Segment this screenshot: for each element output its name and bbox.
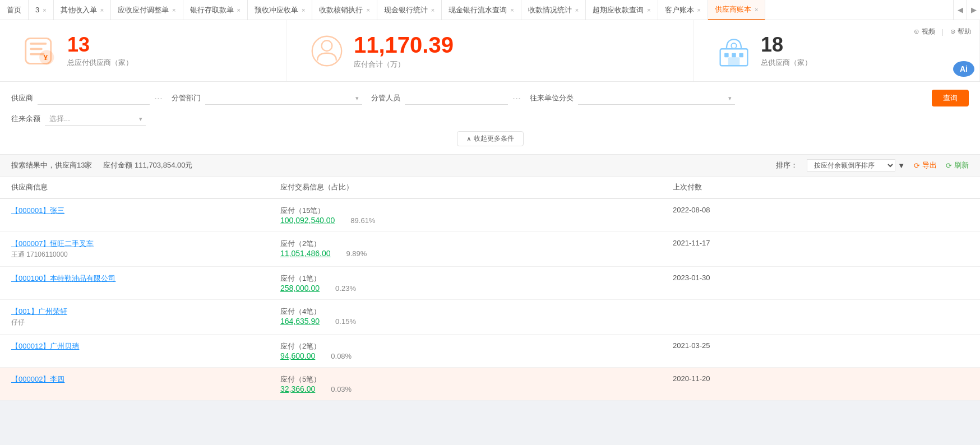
table-row: 【000001】张三 应付（15笔） 100,092,540.00 89.61%… bbox=[0, 199, 980, 232]
top-navigation: 首页 3 × 其他收入单 × 应收应付调整单 × 银行存取款单 × 预收冲应收单… bbox=[0, 0, 980, 20]
results-summary: 搜索结果中，供应商13家 应付金额 111,703,854.00元 bbox=[11, 160, 192, 170]
nav-next-button[interactable]: ▶ bbox=[967, 0, 980, 20]
supplier-label: 供应商 bbox=[11, 93, 33, 103]
supplier-link-4[interactable]: 【000012】广州贝瑞 bbox=[11, 342, 79, 350]
filter-unit-class: 往来单位分类 ▾ bbox=[530, 91, 735, 105]
supplier-dots-icon[interactable]: ··· bbox=[154, 92, 163, 104]
refresh-icon: ⟳ bbox=[946, 161, 952, 170]
payable-total-icon bbox=[309, 33, 345, 69]
person-input[interactable] bbox=[405, 91, 508, 105]
lastpay-2: 2023-01-30 bbox=[673, 274, 969, 282]
stat-content-payable: 13 总应付供应商（家） bbox=[67, 34, 133, 68]
nav-tab-receipt-verify[interactable]: 收款核销执行 × bbox=[312, 0, 377, 20]
transaction-amount-4[interactable]: 94,600.00 bbox=[280, 351, 315, 360]
transaction-pct-5: 0.03% bbox=[331, 385, 352, 393]
collapse-up-icon: ∧ bbox=[466, 135, 471, 143]
filter-balance: 往来余额 选择... ▾ bbox=[11, 112, 146, 126]
supplier-link-5[interactable]: 【000002】李四 bbox=[11, 375, 64, 383]
lastpay-5: 2020-11-20 bbox=[673, 374, 969, 383]
transaction-amount-0[interactable]: 100,092,540.00 bbox=[280, 216, 335, 225]
cash-bank-flow-label: 现金银行流水查询 bbox=[449, 5, 507, 15]
divider: | bbox=[942, 28, 944, 36]
supplier-link-0[interactable]: 【000001】张三 bbox=[11, 206, 64, 215]
supplier-link-3[interactable]: 【001】广州荣轩 bbox=[11, 307, 67, 316]
supplier-info-0: 【000001】张三 bbox=[11, 206, 280, 216]
close-icon[interactable]: × bbox=[575, 7, 579, 13]
transaction-amount-2[interactable]: 258,000.00 bbox=[280, 284, 320, 293]
query-button[interactable]: 查询 bbox=[932, 90, 969, 106]
stat-content-total: 11,170.39 应付合计（万） bbox=[354, 33, 454, 69]
dept-select[interactable] bbox=[205, 91, 362, 105]
close-icon[interactable]: × bbox=[43, 7, 46, 13]
nav-tab-bank-deposit[interactable]: 银行存取款单 × bbox=[183, 0, 248, 20]
transaction-amount-row-2: 258,000.00 0.23% bbox=[280, 284, 673, 293]
nav-tab-supplier-ledger[interactable]: 供应商账本 × bbox=[708, 0, 765, 20]
close-icon[interactable]: × bbox=[366, 7, 369, 13]
export-icon: ⟳ bbox=[914, 161, 920, 170]
nav-arrows: ◀ ▶ bbox=[953, 0, 980, 20]
help-link[interactable]: ⊙ 帮助 bbox=[950, 27, 971, 36]
video-link[interactable]: ⊙ 视频 bbox=[914, 27, 935, 36]
top-right-links: ⊙ 视频 | ⊙ 帮助 bbox=[914, 27, 971, 36]
tab-3-label: 3 bbox=[35, 6, 39, 14]
supplier-input[interactable] bbox=[38, 91, 150, 105]
transaction-title-5: 应付（5笔） bbox=[280, 374, 673, 384]
close-icon[interactable]: × bbox=[647, 7, 650, 13]
balance-select[interactable]: 选择... bbox=[45, 112, 146, 126]
table-header: 供应商信息 应付交易信息（占比） 上次付数 bbox=[0, 177, 980, 199]
nav-tab-cash-bank-flow[interactable]: 现金银行流水查询 × bbox=[442, 0, 521, 20]
transaction-amount-5[interactable]: 32,366.00 bbox=[280, 384, 315, 393]
payable-total-number: 11,170.39 bbox=[354, 33, 454, 57]
bank-deposit-label: 银行存取款单 bbox=[190, 5, 234, 15]
close-icon[interactable]: × bbox=[100, 7, 104, 13]
transaction-amount-3[interactable]: 164,635.90 bbox=[280, 317, 320, 326]
unit-class-select[interactable] bbox=[578, 91, 735, 105]
close-icon[interactable]: × bbox=[431, 7, 434, 13]
close-icon[interactable]: × bbox=[755, 6, 758, 13]
supplier-sub-1: 王通 17106110000 bbox=[11, 250, 280, 259]
unit-class-label: 往来单位分类 bbox=[530, 93, 574, 103]
nav-tab-prepay-offset[interactable]: 预收冲应收单 × bbox=[248, 0, 312, 20]
nav-tab-other-income[interactable]: 其他收入单 × bbox=[54, 0, 111, 20]
nav-tab-cash-bank-stat[interactable]: 现金银行统计 × bbox=[377, 0, 442, 20]
results-bar: 搜索结果中，供应商13家 应付金额 111,703,854.00元 排序： 按应… bbox=[0, 155, 980, 177]
lastpay-4: 2021-03-25 bbox=[673, 341, 969, 350]
supplier-link-1[interactable]: 【000007】恒旺二手叉车 bbox=[11, 239, 94, 248]
transaction-title-3: 应付（4笔） bbox=[280, 307, 673, 317]
table-row: 【000100】本特勒油品有限公司 应付（1笔） 258,000.00 0.23… bbox=[0, 267, 980, 300]
total-suppliers-icon bbox=[716, 33, 752, 69]
close-icon[interactable]: × bbox=[510, 7, 514, 13]
sort-select[interactable]: 按应付余额倒序排序 bbox=[807, 159, 895, 171]
supplier-info-1: 【000007】恒旺二手叉车 王通 17106110000 bbox=[11, 239, 280, 259]
transaction-title-0: 应付（15笔） bbox=[280, 206, 673, 216]
nav-tab-3[interactable]: 3 × bbox=[29, 0, 54, 20]
ai-badge[interactable]: Ai bbox=[953, 61, 974, 77]
nav-tab-home[interactable]: 首页 bbox=[0, 0, 29, 20]
nav-tab-overdue-query[interactable]: 超期应收款查询 × bbox=[586, 0, 658, 20]
nav-tab-receipt-stat[interactable]: 收款情况统计 × bbox=[521, 0, 586, 20]
nav-tab-customer-ledger[interactable]: 客户账本 × bbox=[658, 0, 708, 20]
col-header-transaction: 应付交易信息（占比） bbox=[280, 182, 673, 192]
transaction-amount-row-4: 94,600.00 0.08% bbox=[280, 351, 673, 360]
sort-down-icon: ▼ bbox=[898, 161, 905, 170]
close-icon[interactable]: × bbox=[302, 7, 305, 13]
export-button[interactable]: ⟳ 导出 bbox=[914, 160, 937, 170]
total-suppliers-number: 18 bbox=[761, 34, 812, 56]
person-dots-icon[interactable]: ··· bbox=[512, 92, 521, 104]
nav-prev-button[interactable]: ◀ bbox=[953, 0, 967, 20]
transaction-info-5: 应付（5笔） 32,366.00 0.03% bbox=[280, 374, 673, 393]
transaction-amount-1[interactable]: 11,051,486.00 bbox=[280, 249, 331, 258]
close-icon[interactable]: × bbox=[237, 7, 241, 13]
transaction-amount-row-3: 164,635.90 0.15% bbox=[280, 317, 673, 326]
transaction-pct-0: 89.61% bbox=[350, 216, 375, 225]
close-icon[interactable]: × bbox=[697, 7, 701, 13]
close-icon[interactable]: × bbox=[172, 7, 175, 13]
nav-tab-adjustment[interactable]: 应收应付调整单 × bbox=[111, 0, 183, 20]
payable-suppliers-label: 总应付供应商（家） bbox=[67, 58, 133, 68]
supplier-link-2[interactable]: 【000100】本特勒油品有限公司 bbox=[11, 274, 115, 282]
sort-select-wrap: 按应付余额倒序排序 ▼ bbox=[807, 159, 905, 171]
refresh-button[interactable]: ⟳ 刷新 bbox=[946, 160, 969, 170]
filter-row-2: 往来余额 选择... ▾ bbox=[11, 112, 969, 126]
collapse-button[interactable]: ∧ 收起更多条件 bbox=[457, 131, 524, 146]
prepay-offset-label: 预收冲应收单 bbox=[255, 5, 298, 15]
